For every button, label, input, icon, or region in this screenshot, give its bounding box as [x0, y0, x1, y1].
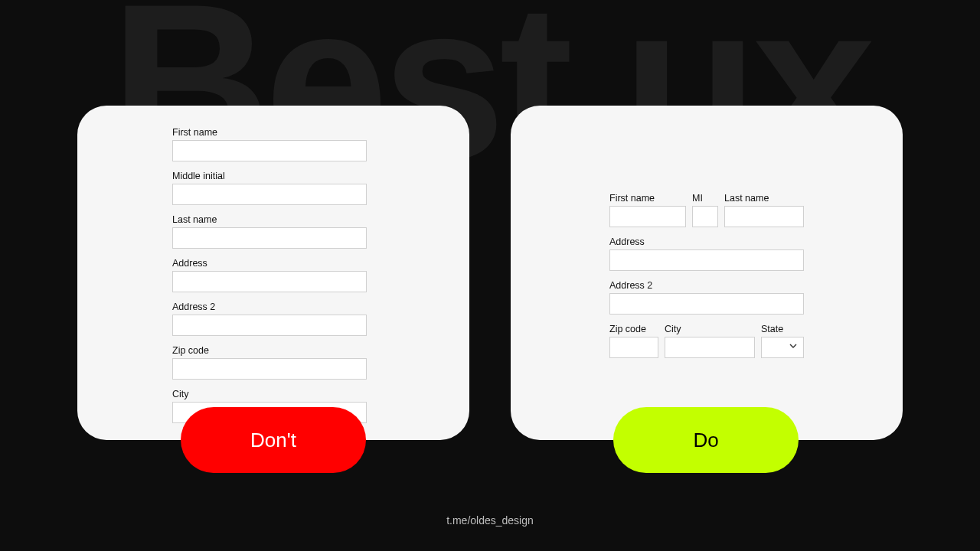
label-last-name: Last name	[172, 214, 367, 225]
label-zip: Zip code	[609, 324, 658, 334]
field-zip: Zip code	[609, 324, 658, 358]
dont-form: First name Middle initial Last name Addr…	[172, 127, 367, 423]
input-last-name[interactable]	[724, 206, 804, 227]
select-state[interactable]	[761, 337, 804, 358]
input-address[interactable]	[172, 271, 367, 292]
field-last-name: Last name	[172, 214, 367, 249]
do-card: First name MI Last name Address	[511, 106, 903, 440]
field-address: Address	[609, 236, 804, 271]
input-address2[interactable]	[609, 293, 804, 315]
dont-card-wrapper: First name Middle initial Last name Addr…	[77, 106, 469, 440]
field-first-name: First name	[609, 193, 686, 227]
field-zip: Zip code	[172, 345, 367, 380]
label-mi: MI	[692, 193, 718, 204]
input-address[interactable]	[609, 249, 804, 271]
zip-city-state-row: Zip code City State	[609, 324, 804, 358]
label-address2: Address 2	[609, 280, 804, 291]
input-middle-initial[interactable]	[172, 184, 367, 205]
field-state: State	[761, 324, 804, 358]
input-zip[interactable]	[172, 358, 367, 380]
input-first-name[interactable]	[172, 140, 367, 161]
chevron-down-icon	[789, 344, 797, 351]
do-badge: Do	[613, 407, 799, 473]
label-city: City	[172, 389, 367, 399]
label-first-name: First name	[172, 127, 367, 138]
field-address: Address	[172, 258, 367, 292]
input-address2[interactable]	[172, 315, 367, 336]
do-card-wrapper: First name MI Last name Address	[511, 106, 903, 440]
field-mi: MI	[692, 193, 718, 227]
cards-row: First name Middle initial Last name Addr…	[0, 106, 980, 440]
do-form: First name MI Last name Address	[609, 193, 804, 358]
label-zip: Zip code	[172, 345, 367, 356]
input-first-name[interactable]	[609, 206, 686, 227]
label-address: Address	[172, 258, 367, 269]
field-address2: Address 2	[609, 280, 804, 315]
label-first-name: First name	[609, 193, 686, 204]
field-middle-initial: Middle initial	[172, 171, 367, 205]
name-row: First name MI Last name	[609, 193, 804, 227]
label-last-name: Last name	[724, 193, 804, 204]
field-city: City	[665, 324, 755, 358]
input-mi[interactable]	[692, 206, 718, 227]
field-last-name: Last name	[724, 193, 804, 227]
label-state: State	[761, 324, 804, 334]
label-address2: Address 2	[172, 302, 367, 312]
footer-credit: t.me/oldes_design	[0, 514, 980, 527]
field-address2: Address 2	[172, 302, 367, 336]
label-address: Address	[609, 236, 804, 247]
label-middle-initial: Middle initial	[172, 171, 367, 181]
dont-badge-label: Don't	[250, 429, 296, 452]
dont-card: First name Middle initial Last name Addr…	[77, 106, 469, 440]
input-city[interactable]	[665, 337, 755, 358]
field-first-name: First name	[172, 127, 367, 161]
do-badge-label: Do	[693, 429, 718, 452]
input-zip[interactable]	[609, 337, 658, 358]
dont-badge: Don't	[181, 407, 366, 473]
input-last-name[interactable]	[172, 227, 367, 249]
label-city: City	[665, 324, 755, 334]
